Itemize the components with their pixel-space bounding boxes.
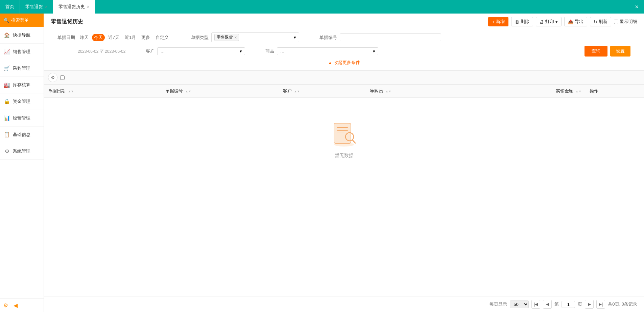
date-opt-custom[interactable]: 自定义 (153, 34, 171, 41)
bill-type-tag-close[interactable]: × (234, 35, 237, 40)
sort-billno-icon[interactable]: ▲▼ (185, 90, 191, 93)
sidebar-item-operation[interactable]: 📊 经营管理 (0, 110, 44, 127)
date-opt-1month[interactable]: 近1月 (123, 34, 138, 41)
table-area: ⚙ 单据日期 ▲▼ 单据编号 ▲▼ (44, 71, 644, 296)
page-first-button[interactable]: |◀ (531, 300, 540, 309)
sidebar-bottom: ⚙ ◀ (0, 298, 44, 312)
quick-nav-icon: 🏠 (3, 32, 10, 39)
product-label: 商品 (265, 48, 274, 54)
show-detail-checkbox[interactable] (614, 20, 618, 24)
print-label: 打印 (545, 19, 554, 25)
collapse-sidebar-icon[interactable]: ◀ (14, 302, 18, 309)
refresh-button[interactable]: ↻ 刷新 (590, 17, 611, 26)
settings-button[interactable]: 设置 (610, 46, 630, 57)
table-toolbar: ⚙ (44, 71, 644, 85)
page-last-button[interactable]: ▶| (596, 300, 605, 309)
print-icon: 🖨 (540, 19, 544, 24)
table-settings-icon[interactable]: ⚙ (48, 73, 57, 82)
customer-placeholder: … (160, 49, 165, 54)
sort-date-icon[interactable]: ▲▼ (68, 90, 74, 93)
sidebar-item-purchase[interactable]: 🛒 采购管理 (0, 60, 44, 77)
tab-retail-return-history-close[interactable]: × (87, 4, 89, 9)
tab-retail-return-history[interactable]: 零售退货历史 × (53, 0, 95, 14)
product-select[interactable]: … ▾ (277, 47, 378, 55)
sidebar-item-system-label: 系统管理 (13, 148, 30, 154)
tab-retail-return-label: 零售退货 (25, 4, 43, 10)
print-button[interactable]: 🖨 打印 ▾ (536, 17, 562, 26)
content-area: 零售退货历史 + 新增 🗑 删除 🖨 打印 ▾ (44, 14, 644, 312)
sidebar: 🔍 搜索菜单 🏠 快捷导航 📈 销售管理 🛒 采购管理 🏭 库存核算 🔒 资金管… (0, 14, 44, 312)
sidebar-item-inventory-label: 库存核算 (13, 82, 30, 88)
add-label: 新增 (496, 19, 505, 25)
query-button[interactable]: 查询 (585, 46, 607, 57)
inventory-icon: 🏭 (3, 82, 10, 88)
sidebar-item-sales[interactable]: 📈 销售管理 (0, 44, 44, 60)
settings-bottom-icon[interactable]: ⚙ (3, 302, 8, 309)
date-opt-today[interactable]: 今天 (92, 34, 105, 41)
sort-guide-icon[interactable]: ▲▼ (385, 90, 391, 93)
customer-select[interactable]: … ▾ (157, 47, 245, 55)
page-title: 零售退货历史 (51, 18, 83, 25)
export-icon: 📤 (568, 19, 573, 24)
top-bar-right: × (631, 3, 644, 10)
collapse-button[interactable]: ▲ 收起更多条件 (324, 58, 364, 67)
finance-icon: 🔒 (3, 98, 10, 105)
operation-icon: 📊 (3, 115, 10, 121)
page-num-input[interactable] (562, 301, 575, 308)
search-icon: 🔍 (3, 18, 9, 23)
tab-home[interactable]: 首页 (0, 0, 20, 14)
page-size-select[interactable]: 10 20 50 100 (510, 300, 529, 308)
add-button[interactable]: + 新增 (488, 17, 508, 26)
date-opt-more[interactable]: 更多 (139, 34, 152, 41)
sidebar-item-basic-info[interactable]: 📋 基础信息 (0, 127, 44, 143)
filter-row-1: 单据日期 昨天 今天 近7天 近1月 更多 自定义 单据类型 (57, 32, 630, 42)
col-amount: 实销金额 ▲▼ (468, 85, 586, 98)
date-opt-yesterday[interactable]: 昨天 (78, 34, 91, 41)
page-next-button[interactable]: ▶ (585, 300, 594, 309)
window-close-button[interactable]: × (635, 3, 639, 10)
table-container: 单据日期 ▲▼ 单据编号 ▲▼ 客户 ▲▼ (44, 85, 644, 296)
sidebar-item-quick-nav[interactable]: 🏠 快捷导航 (0, 27, 44, 44)
bill-no-label: 单据编号 (319, 35, 337, 41)
export-button[interactable]: 📤 导出 (564, 17, 587, 26)
bill-type-select[interactable]: 零售退货 × ▾ (211, 32, 299, 42)
bill-no-input[interactable] (340, 34, 441, 41)
bill-type-tags: 零售退货 × (214, 34, 294, 41)
delete-button[interactable]: 🗑 删除 (511, 17, 533, 26)
filter-date-range-row: 2023-06-02 至 2023-06-02 客户 … ▾ 商品 (57, 46, 630, 57)
tab-retail-return[interactable]: 零售退货 × (20, 0, 53, 14)
col-actions: 操作 (586, 85, 644, 98)
date-opt-7days[interactable]: 近7天 (106, 34, 121, 41)
top-bar: 首页 零售退货 × 零售退货历史 × × (0, 0, 644, 14)
date-filter: 单据日期 昨天 今天 近7天 近1月 更多 自定义 (57, 34, 171, 41)
bill-type-filter: 单据类型 零售退货 × ▾ (191, 32, 299, 42)
empty-icon (327, 118, 361, 149)
sort-customer-icon[interactable]: ▲▼ (294, 90, 300, 93)
sidebar-item-inventory[interactable]: 🏭 库存核算 (0, 77, 44, 93)
delete-label: 删除 (521, 19, 529, 25)
add-icon: + (492, 19, 495, 24)
select-all-checkbox[interactable] (60, 75, 65, 80)
sort-amount-icon[interactable]: ▲▼ (575, 90, 581, 93)
collapse-label: 收起更多条件 (334, 60, 360, 66)
col-customer: 客户 ▲▼ (279, 85, 366, 98)
tab-retail-return-close[interactable]: × (45, 4, 47, 9)
empty-text: 暂无数据 (335, 153, 354, 159)
date-filter-label: 单据日期 (57, 35, 75, 41)
sidebar-item-operation-label: 经营管理 (13, 115, 30, 121)
page-size-label: 每页显示 (490, 301, 507, 307)
sidebar-item-finance[interactable]: 🔒 资金管理 (0, 93, 44, 110)
filter-area: 单据日期 昨天 今天 近7天 近1月 更多 自定义 单据类型 (51, 29, 637, 70)
date-range-display: 2023-06-02 至 2023-06-02 (57, 48, 125, 54)
sidebar-item-finance-label: 资金管理 (13, 98, 30, 105)
page-num-label: 第 (554, 301, 559, 307)
show-detail-checkbox-label[interactable]: 显示明细 (614, 19, 637, 25)
page-actions: + 新增 🗑 删除 🖨 打印 ▾ 📤 导出 (488, 17, 637, 26)
sidebar-item-sales-label: 销售管理 (13, 49, 30, 55)
sidebar-search[interactable]: 🔍 搜索菜单 (0, 14, 44, 27)
page-label: 页 (578, 301, 582, 307)
bill-type-tag-label: 零售退货 (217, 35, 233, 40)
page-prev-button[interactable]: ◀ (543, 300, 552, 309)
purchase-icon: 🛒 (3, 65, 10, 72)
sidebar-item-system[interactable]: ⚙ 系统管理 (0, 143, 44, 160)
